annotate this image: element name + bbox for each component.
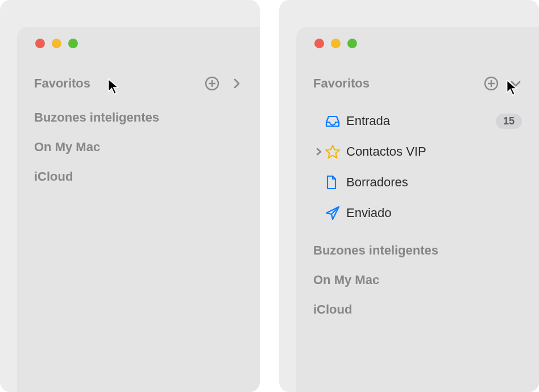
svg-marker-6 — [326, 145, 339, 158]
window-controls — [314, 39, 357, 48]
section-label-favorites: Favoritos — [313, 76, 483, 91]
section-header-favorites[interactable]: Favoritos — [313, 72, 522, 95]
mailbox-vip[interactable]: Contactos VIP — [313, 136, 522, 167]
mailbox-sent[interactable]: Enviado — [313, 198, 522, 228]
section-header-icloud[interactable]: iCloud — [34, 169, 243, 184]
fullscreen-window-button[interactable] — [347, 39, 357, 48]
mailbox-drafts[interactable]: Borradores — [313, 167, 522, 198]
mailbox-label: Contactos VIP — [344, 144, 522, 159]
chevron-right-icon[interactable] — [313, 148, 325, 156]
minimize-window-button[interactable] — [52, 39, 61, 48]
section-header-smart-mailboxes[interactable]: Buzones inteligentes — [313, 243, 522, 258]
fullscreen-window-button[interactable] — [68, 39, 78, 48]
window-controls — [35, 39, 78, 48]
mailbox-label: Borradores — [344, 175, 522, 190]
star-icon — [325, 144, 344, 160]
section-header-on-my-mac[interactable]: On My Mac — [313, 273, 522, 287]
close-window-button[interactable] — [35, 39, 45, 48]
section-header-favorites[interactable]: Favoritos — [34, 72, 243, 95]
section-header-smart-mailboxes[interactable]: Buzones inteligentes — [34, 110, 243, 125]
minimize-window-button[interactable] — [331, 39, 341, 48]
inbox-icon — [325, 113, 344, 129]
plus-icon[interactable] — [483, 76, 499, 91]
mailbox-label: Enviado — [344, 206, 522, 220]
sidebar-screenshot-expanded: Favoritos — [279, 0, 539, 392]
paper-plane-icon — [325, 205, 344, 221]
plus-icon[interactable] — [204, 76, 220, 91]
section-label-favorites: Favoritos — [34, 76, 204, 91]
document-icon — [325, 174, 344, 190]
chevron-right-icon[interactable] — [230, 77, 243, 90]
section-header-icloud[interactable]: iCloud — [313, 302, 522, 317]
mailbox-label: Entrada — [344, 114, 496, 128]
sidebar-screenshot-collapsed: Favoritos Buzones inteligentes On My Mac — [0, 0, 260, 392]
unread-badge: 15 — [496, 114, 522, 129]
chevron-down-icon[interactable] — [509, 77, 522, 90]
close-window-button[interactable] — [314, 39, 324, 48]
section-header-on-my-mac[interactable]: On My Mac — [34, 140, 243, 155]
mailbox-inbox[interactable]: Entrada 15 — [313, 106, 522, 136]
